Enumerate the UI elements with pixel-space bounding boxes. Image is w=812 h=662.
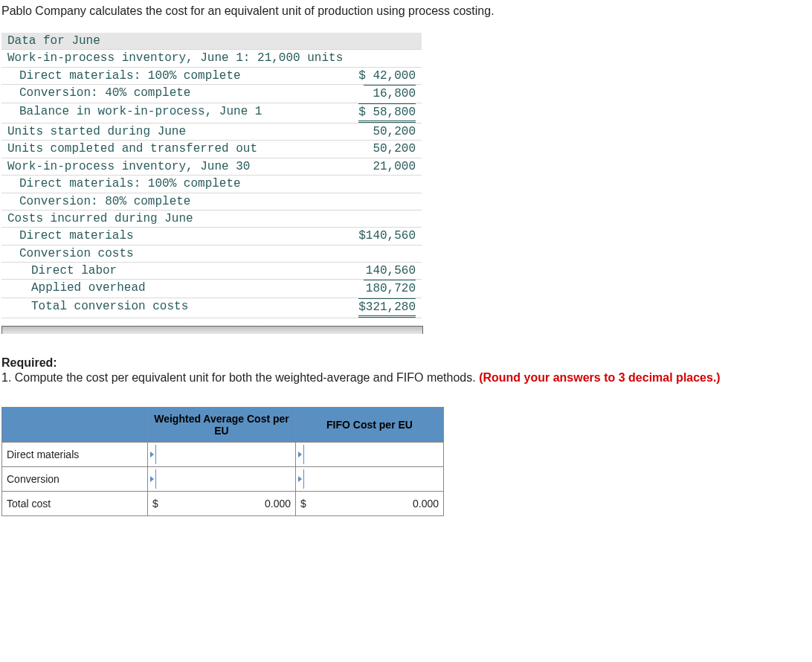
val-conv40: 16,800 — [330, 85, 422, 102]
row-totconv: Total conversion costs — [1, 298, 330, 318]
row-dmcosts: Direct materials — [1, 228, 330, 244]
val-wip30: 21,000 — [330, 158, 422, 175]
section-header: Data for June — [1, 33, 330, 49]
intro-text: Pablo Company calculates the cost for an… — [1, 4, 812, 18]
val-started: 50,200 — [330, 123, 422, 140]
data-block: Data for June Work-in-process inventory,… — [1, 33, 422, 318]
val-dl: 140,560 — [330, 263, 422, 279]
input-fifo-dm[interactable] — [304, 445, 443, 464]
row-dm100b: Direct materials: 100% complete — [1, 176, 330, 192]
input-wa-conv[interactable] — [156, 469, 295, 489]
divider-bar — [1, 326, 423, 334]
total-wa: $0.000 — [148, 495, 295, 512]
input-wa-dm[interactable] — [156, 445, 295, 464]
row-balance: Balance in work-in-process, June 1 — [1, 103, 330, 123]
row-wip30: Work-in-process inventory, June 30 — [1, 158, 330, 175]
input-fifo-conv[interactable] — [304, 469, 443, 489]
row-dl: Direct labor — [1, 263, 330, 279]
val-completed: 50,200 — [330, 141, 422, 157]
row-convcosts: Conversion costs — [1, 245, 330, 262]
row-total-cost: Total cost — [2, 492, 148, 516]
row-conv80: Conversion: 80% complete — [1, 193, 330, 210]
row-started: Units started during June — [1, 123, 330, 140]
val-oh: 180,720 — [330, 280, 422, 297]
row-costs-header: Costs incurred during June — [1, 211, 330, 227]
row-direct-materials: Direct materials — [2, 443, 148, 467]
row-wip-june1: Work-in-process inventory, June 1: 21,00… — [1, 50, 346, 66]
val-totconv: $321,280 — [330, 298, 422, 318]
row-conv40: Conversion: 40% complete — [1, 85, 330, 102]
row-completed: Units completed and transferred out — [1, 141, 330, 157]
col-weighted-avg: Weighted Average Cost per EU — [148, 408, 296, 443]
cell-handle-icon[interactable] — [296, 469, 304, 489]
required-text: 1. Compute the cost per equivalent unit … — [1, 371, 812, 385]
val-dmcosts: $140,560 — [330, 228, 422, 244]
cell-handle-icon[interactable] — [148, 469, 156, 489]
row-conversion: Conversion — [2, 467, 148, 492]
col-fifo: FIFO Cost per EU — [296, 408, 444, 443]
cell-handle-icon[interactable] — [148, 445, 156, 464]
cell-handle-icon[interactable] — [296, 445, 304, 464]
val-balance: $ 58,800 — [330, 103, 422, 123]
row-dm100: Direct materials: 100% complete — [1, 68, 330, 84]
row-oh: Applied overhead — [1, 280, 330, 297]
required-heading: Required: — [1, 356, 812, 370]
answer-table: Weighted Average Cost per EU FIFO Cost p… — [1, 407, 444, 516]
val-dm100: $ 42,000 — [330, 68, 422, 84]
total-fifo: $0.000 — [296, 495, 443, 512]
